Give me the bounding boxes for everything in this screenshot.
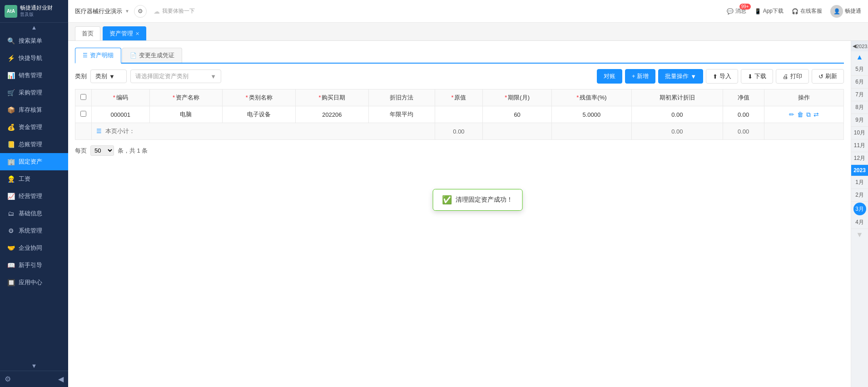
tab-home[interactable]: 首页 (75, 26, 100, 40)
sidebar-item-purchase[interactable]: 🛒 采购管理 (0, 84, 68, 101)
calendar-month-6[interactable]: 6月 (851, 76, 868, 89)
user-profile[interactable]: 👤 畅捷通 (830, 5, 861, 18)
subtab-change-voucher[interactable]: 📄 变更生成凭证 (122, 48, 182, 63)
sidebar-item-enterprise[interactable]: 🤝 企业协同 (0, 239, 68, 257)
calendar-up-nav[interactable]: ▲ (851, 51, 868, 63)
sidebar-item-fixed-assets[interactable]: 🏢 固定资产 (0, 153, 68, 170)
import-label: 导入 (719, 72, 731, 80)
calendar-month-12[interactable]: 12月 (851, 152, 868, 165)
calendar-down-nav[interactable]: ▼ (851, 229, 868, 241)
more-icon[interactable]: ⇄ (813, 111, 819, 119)
delete-icon[interactable]: 🗑 (797, 111, 804, 119)
calendar-month-5[interactable]: 5月 (851, 63, 868, 76)
service-icon: 🎧 (792, 8, 799, 15)
sidebar-item-fund[interactable]: 💰 资金管理 (0, 119, 68, 136)
calendar-year-2023[interactable]: 2023 (851, 165, 868, 176)
content-area: ☰ 资产明细 📄 变更生成凭证 类别 类别 ▼ 请选择固定资产类 (68, 41, 851, 387)
calendar-month-9[interactable]: 9月 (851, 114, 868, 127)
cell-purchase-date: 202206 (296, 106, 369, 123)
table-row: 000001 电脑 电子设备 202206 年限平均 60 5.0000 0.0… (75, 106, 844, 123)
select-all-checkbox[interactable] (80, 94, 86, 100)
cell-original-value (435, 106, 483, 123)
tab-asset-management[interactable]: 资产管理 ✕ (103, 26, 146, 40)
sidebar-item-app-center[interactable]: 🔲 应用中心 (0, 274, 68, 291)
panel-collapse-icon[interactable]: ◀ (853, 43, 856, 49)
guide-icon: 📖 (7, 261, 15, 269)
total-count-label: 条，共 1 条 (118, 147, 148, 155)
company-name: 医疗器械行业演示 (75, 7, 122, 15)
gear-button[interactable]: ⚙ (134, 5, 147, 18)
online-service-label: 在线客服 (800, 7, 822, 15)
calendar-month-11[interactable]: 11月 (851, 139, 868, 152)
batch-button[interactable]: 批量操作 ▼ (658, 69, 703, 84)
col-header-purchase-date: *购买日期 (296, 89, 369, 106)
calendar-month-2[interactable]: 2月 (851, 189, 868, 202)
subtotal-original: 0.00 (435, 123, 483, 140)
sidebar-item-label: 采购管理 (19, 89, 42, 97)
calendar-month-3-active[interactable]: 3月 (853, 203, 866, 215)
sidebar-item-sales[interactable]: 📊 销售管理 (0, 67, 68, 84)
message-icon: 💬 (727, 8, 734, 15)
sidebar-item-label: 工资 (19, 175, 30, 183)
app-center-icon: 🔲 (7, 278, 15, 287)
subtab-change-voucher-label: 变更生成凭证 (139, 51, 174, 60)
sidebar-item-search[interactable]: 🔍 搜索菜单 (0, 32, 68, 50)
refresh-icon: ↺ (818, 73, 823, 80)
sidebar-item-operations[interactable]: 📈 经营管理 (0, 188, 68, 205)
sidebar-item-inventory[interactable]: 📦 库存核算 (0, 101, 68, 119)
sidebar-scroll-down[interactable]: ▼ (0, 361, 68, 371)
tab-close-icon[interactable]: ✕ (135, 31, 139, 37)
subtab-asset-detail[interactable]: ☰ 资产明细 (75, 48, 121, 64)
collapse-sidebar-button[interactable]: ◀ (58, 375, 64, 383)
sidebar-item-label: 企业协同 (19, 244, 42, 252)
refresh-button[interactable]: ↺ 刷新 (812, 69, 844, 84)
sales-icon: 📊 (7, 71, 15, 79)
online-service-button[interactable]: 🎧 在线客服 (792, 7, 822, 15)
category-type-select[interactable]: 类别 ▼ (90, 69, 127, 83)
edit-icon[interactable]: ✏ (789, 111, 794, 119)
row-checkbox[interactable] (80, 111, 86, 117)
app-title-group: 畅捷通好业财 普及版 (20, 5, 53, 18)
avatar: 👤 (830, 5, 843, 18)
calendar-month-10[interactable]: 10月 (851, 127, 868, 139)
tab-asset-management-label: 资产管理 (109, 30, 133, 38)
sidebar-scroll-up[interactable]: ▲ (0, 23, 68, 32)
app-logo: AtA (5, 5, 17, 18)
calendar-month-8[interactable]: 8月 (851, 101, 868, 114)
sidebar-item-payroll[interactable]: 👷 工资 (0, 170, 68, 188)
message-button[interactable]: 💬 消息 99+ (727, 7, 746, 15)
sidebar-item-label: 应用中心 (19, 278, 42, 287)
app-download-button[interactable]: 📱 App下载 (754, 7, 784, 15)
sidebar-item-label: 固定资产 (19, 158, 42, 166)
experience-link[interactable]: ☁ 我要体验一下 (154, 7, 195, 15)
calendar-month-7[interactable]: 7月 (851, 89, 868, 101)
print-button[interactable]: 🖨 打印 (776, 69, 809, 84)
calendar-month-1[interactable]: 1月 (851, 176, 868, 189)
purchase-icon: 🛒 (7, 89, 15, 97)
col-header-period: *期限(月) (483, 89, 552, 106)
company-selector[interactable]: 医疗器械行业演示 ▼ (75, 7, 129, 15)
batch-label: 批量操作 (665, 72, 689, 80)
per-page-select[interactable]: 50 100 200 (90, 145, 114, 156)
settings-bottom-button[interactable]: ⚙ (5, 375, 11, 383)
print-icon: 🖨 (783, 73, 789, 80)
experience-label: 我要体验一下 (162, 7, 195, 15)
batch-arrow-icon: ▼ (690, 73, 696, 80)
copy-icon[interactable]: ⧉ (806, 111, 811, 119)
category-dropdown[interactable]: 请选择固定资产类别 ▼ (130, 69, 221, 83)
sidebar-item-quick-nav[interactable]: ⚡ 快捷导航 (0, 50, 68, 67)
reconcile-button[interactable]: 对账 (597, 69, 622, 84)
import-button[interactable]: ⬆ 导入 (706, 69, 738, 84)
col-header-code: *编码 (92, 89, 150, 106)
calendar-month-4[interactable]: 4月 (851, 216, 868, 229)
cloud-icon: ☁ (154, 8, 160, 15)
sidebar-item-system[interactable]: ⚙ 系统管理 (0, 222, 68, 239)
download-button[interactable]: ⬇ 下载 (741, 69, 773, 84)
sidebar-item-ledger[interactable]: 📒 总账管理 (0, 136, 68, 153)
sidebar-item-basic-info[interactable]: 🗂 基础信息 (0, 205, 68, 222)
success-toast: ✅ 清理固定资产成功！ (432, 189, 522, 211)
subtotal-row: ☰ 本页小计： 0.00 0.00 0.00 (75, 123, 844, 140)
sidebar-item-guide[interactable]: 📖 新手引导 (0, 257, 68, 274)
new-button[interactable]: + 新增 (625, 69, 655, 84)
payroll-icon: 👷 (7, 175, 15, 183)
